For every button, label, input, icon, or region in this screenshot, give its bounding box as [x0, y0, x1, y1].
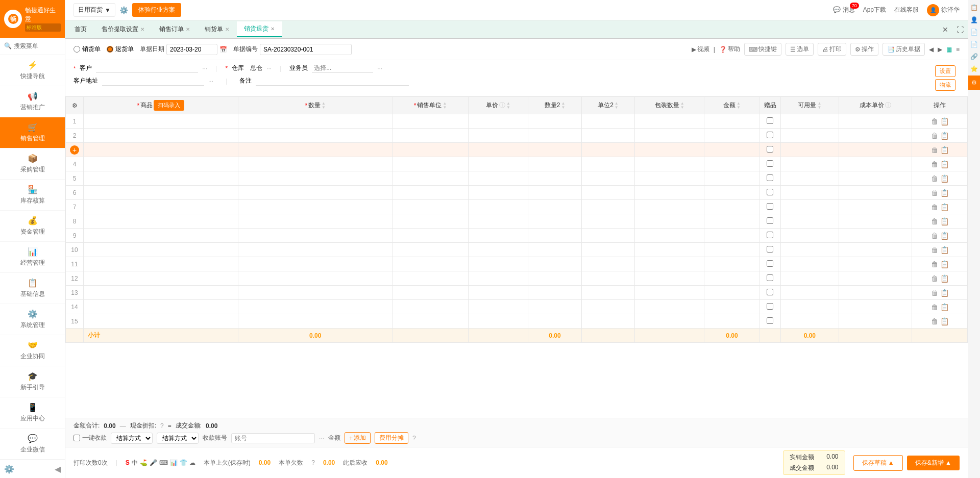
tab-home[interactable]: 首页 [67, 22, 94, 37]
remark-input[interactable] [256, 76, 409, 86]
operate-btn[interactable]: ⚙ 操作 [850, 43, 878, 56]
video-link[interactable]: ▶ 视频 [692, 45, 709, 54]
copy-row-btn[interactable]: 📋 [940, 189, 949, 197]
close-icon[interactable]: ✕ [140, 27, 144, 32]
copy-row-btn[interactable]: 📋 [940, 317, 949, 325]
fee-question-icon[interactable]: ? [412, 435, 416, 442]
gift-cell[interactable] [760, 129, 780, 143]
copy-row-btn[interactable]: 📋 [940, 146, 949, 154]
copy-row-btn[interactable]: 📋 [940, 203, 949, 211]
sidebar-item-sales[interactable]: 🛒 销售管理 [0, 117, 65, 148]
delete-row-btn[interactable]: 🗑 [931, 289, 938, 297]
copy-row-btn[interactable]: 📋 [940, 303, 949, 311]
delete-row-btn[interactable]: 🗑 [931, 146, 938, 154]
one-key-checkbox[interactable] [74, 435, 80, 441]
account-input[interactable] [231, 433, 315, 443]
settle-method-select[interactable]: 结算方式 [111, 433, 153, 444]
gift-checkbox[interactable] [767, 317, 773, 324]
delete-row-btn[interactable]: 🗑 [931, 260, 938, 268]
delete-row-btn[interactable]: 🗑 [931, 217, 938, 225]
radio-sale-input[interactable] [74, 46, 80, 53]
gift-checkbox[interactable] [767, 289, 773, 295]
gift-checkbox[interactable] [767, 174, 773, 181]
gift-checkbox[interactable] [767, 274, 773, 281]
print-btn[interactable]: 🖨 打印 [818, 43, 846, 56]
select-btn[interactable]: ☰ 选单 [786, 43, 814, 56]
right-icon-star[interactable]: ⭐ [969, 63, 980, 74]
radio-return-input[interactable] [107, 46, 113, 53]
settings-action-btn[interactable]: 设置 [935, 65, 955, 77]
unit-cell[interactable] [393, 129, 468, 143]
delete-row-btn[interactable]: 🗑 [931, 203, 938, 211]
copy-row-btn[interactable]: 📋 [940, 289, 949, 297]
sidebar-item-finance[interactable]: 💰 资金管理 [0, 211, 65, 242]
sidebar-item-purchase[interactable]: 📦 采购管理 [0, 148, 65, 180]
tab-sales[interactable]: 销货单 ✕ [198, 22, 237, 37]
shortcut-btn[interactable]: ⌨ 快捷键 [744, 43, 781, 56]
settings-icon[interactable]: ⚙️ [4, 464, 14, 474]
copy-row-btn[interactable]: 📋 [940, 246, 949, 254]
copy-row-btn[interactable]: 📋 [940, 260, 949, 268]
tool-icon3[interactable]: 🎤 [150, 459, 157, 466]
save-draft-btn[interactable]: 保存草稿 ▲ [853, 455, 903, 471]
qty-cell[interactable] [238, 143, 393, 157]
unit2-cell[interactable] [581, 114, 634, 129]
sidebar-item-apps[interactable]: 📱 应用中心 [0, 397, 65, 429]
gift-checkbox[interactable] [767, 217, 773, 224]
unit2-cell[interactable] [581, 129, 634, 143]
copy-row-btn[interactable]: 📋 [940, 232, 949, 240]
right-icon-user[interactable]: 👤 [969, 14, 980, 26]
right-icon-note2[interactable]: 📄 [969, 39, 980, 50]
gift-checkbox[interactable] [767, 232, 773, 238]
delete-row-btn[interactable]: 🗑 [931, 317, 938, 325]
qty2-cell[interactable] [528, 129, 581, 143]
tab-sales-order[interactable]: 销售订单 ✕ [152, 22, 198, 37]
sidebar-item-operation[interactable]: 📊 经营管理 [0, 242, 65, 273]
tool-icon5[interactable]: 📊 [170, 459, 178, 466]
product-cell[interactable] [84, 114, 238, 129]
topbar-settings-icon[interactable]: ⚙️ [119, 6, 128, 14]
fee-split-btn[interactable]: 费用分摊 [375, 432, 408, 444]
one-key-collect[interactable]: 一键收款 [74, 434, 107, 442]
delete-row-btn[interactable]: 🗑 [931, 160, 938, 168]
next-icon[interactable]: ▶ [938, 46, 942, 53]
copy-row-btn[interactable]: 📋 [940, 132, 949, 140]
gift-checkbox[interactable] [767, 260, 773, 267]
account-dots[interactable]: ··· [319, 435, 324, 442]
app-download[interactable]: App下载 [863, 6, 886, 14]
unit2-cell[interactable] [581, 143, 634, 157]
price-cell[interactable] [468, 114, 528, 129]
gift-checkbox[interactable] [767, 203, 773, 210]
gift-checkbox[interactable] [767, 160, 773, 167]
gear-icon[interactable]: ⚙ [72, 102, 78, 109]
qty-input[interactable] [242, 118, 388, 125]
close-icon[interactable]: ✕ [271, 26, 275, 32]
radio-sale[interactable]: 销货单 [74, 45, 101, 54]
product-input-active[interactable] [88, 146, 234, 154]
gift-checkbox[interactable] [767, 146, 773, 153]
delete-row-btn[interactable]: 🗑 [931, 174, 938, 183]
copy-row-btn[interactable]: 📋 [940, 274, 949, 283]
salesman-dots[interactable]: ··· [377, 65, 382, 72]
radio-return[interactable]: 退货单 [107, 45, 134, 54]
history-btn[interactable]: 📑 历史单据 [883, 43, 925, 56]
gift-checkbox[interactable] [767, 189, 773, 195]
close-icon[interactable]: ✕ [186, 27, 190, 32]
copy-row-btn[interactable]: 📋 [940, 217, 949, 225]
right-icon-orange[interactable]: ⚙ [968, 76, 980, 90]
sidebar-item-enterprise[interactable]: 🤝 企业协同 [0, 335, 65, 366]
amount-cell[interactable] [704, 114, 760, 129]
sidebar-item-marketing[interactable]: 📢 营销推广 [0, 86, 65, 117]
unit-cell[interactable] [393, 143, 468, 157]
delete-row-btn[interactable]: 🗑 [931, 117, 938, 125]
qty2-cell[interactable] [528, 114, 581, 129]
gift-cell[interactable] [760, 143, 780, 157]
industry-dropdown[interactable]: 日用百货 ▼ [74, 3, 115, 17]
product-cell-active[interactable] [84, 143, 238, 157]
add-payment-btn[interactable]: + 添加 [345, 432, 371, 444]
add-row-btn[interactable]: + [70, 145, 79, 155]
delete-row-btn[interactable]: 🗑 [931, 132, 938, 140]
gift-checkbox[interactable] [767, 246, 773, 253]
right-icon-chain[interactable]: 🔗 [969, 51, 980, 62]
calc-method-select[interactable]: 结算方式 [157, 433, 199, 444]
